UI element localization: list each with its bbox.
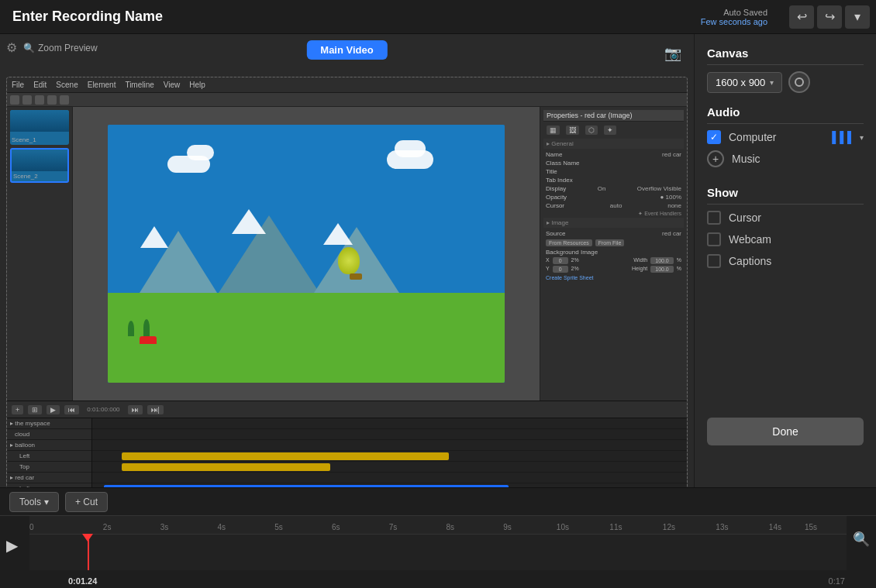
webcam-checkbox[interactable] bbox=[707, 232, 721, 246]
y-row: Y0 2% Height100.0 % bbox=[543, 265, 684, 273]
animate-menu-edit[interactable]: Edit bbox=[33, 81, 47, 89]
tl-rewind-btn[interactable]: ⏮ bbox=[64, 405, 79, 414]
prop-source-row: Sourcered car bbox=[543, 229, 684, 238]
prop-cursor-row: Cursorautonone bbox=[543, 201, 684, 210]
circle-icon bbox=[795, 77, 804, 87]
timeline-search-button[interactable]: 🔍 bbox=[853, 531, 870, 548]
tl-labels: ▸ the myspace cloud ▸ balloon Left Top ▸… bbox=[7, 418, 92, 493]
canvas-size-dropdown[interactable]: 1600 x 900 ▾ bbox=[707, 72, 782, 93]
snow-cap-3 bbox=[323, 223, 353, 245]
from-file-btn[interactable]: From File bbox=[595, 239, 625, 246]
tl-header: + ⊞ ▶ ⏮ 0:01:00:000 ⏭ ⏭| bbox=[7, 401, 687, 418]
ruler-mark-7s: 7s bbox=[389, 523, 398, 531]
screenshot-icon[interactable]: 📷 bbox=[664, 45, 681, 62]
xy-row: X0 2% Width100.0 % bbox=[543, 256, 684, 265]
canvas-size-chevron: ▾ bbox=[770, 78, 774, 87]
music-add-button[interactable]: + bbox=[707, 150, 724, 167]
scene-thumb-1[interactable]: Scene_1 bbox=[10, 110, 69, 145]
prop-tab-1[interactable]: ▦ bbox=[547, 126, 560, 135]
animate-menu-element[interactable]: Element bbox=[88, 81, 116, 89]
tl-track-5 bbox=[92, 473, 687, 483]
animate-menu-file[interactable]: File bbox=[12, 81, 24, 89]
prop-tab-row: Tab Index bbox=[543, 176, 684, 184]
tl-add-btn[interactable]: + bbox=[12, 405, 23, 414]
animate-menu-timeline[interactable]: Timeline bbox=[125, 81, 153, 89]
animate-main-area: Scene_1 Scene_2 bbox=[7, 107, 687, 401]
main-layout: ⚙ 🔍 Zoom Preview Main Video 📷 File Edit … bbox=[0, 34, 876, 487]
animate-left-panel: Scene_1 Scene_2 bbox=[7, 107, 73, 401]
balloon-body bbox=[338, 247, 360, 274]
prop-section-general: ▸ General bbox=[543, 139, 684, 149]
redo-button[interactable]: ↪ bbox=[817, 5, 842, 29]
captions-checkbox[interactable] bbox=[707, 254, 721, 268]
top-controls: ↩ ↪ ▾ bbox=[789, 5, 870, 29]
preview-area: ⚙ 🔍 Zoom Preview Main Video 📷 File Edit … bbox=[0, 34, 694, 487]
ruler-mark-10s: 10s bbox=[557, 523, 569, 531]
tree-2 bbox=[143, 319, 150, 336]
canvas-circle-btn[interactable] bbox=[788, 71, 810, 93]
music-audio-item: + Music bbox=[707, 150, 864, 167]
event-handlers-row: ✦ Event Handlers bbox=[543, 210, 684, 218]
show-section-title: Show bbox=[707, 186, 864, 205]
tools-button[interactable]: Tools ▾ bbox=[9, 492, 59, 512]
prop-title-row: Title bbox=[543, 167, 684, 176]
done-button[interactable]: Done bbox=[707, 418, 864, 445]
snow-cap-2 bbox=[232, 209, 266, 234]
from-resources-btn[interactable]: From Resources bbox=[546, 239, 592, 246]
prop-class-row: Class Name bbox=[543, 159, 684, 167]
animate-menu-view[interactable]: View bbox=[164, 81, 181, 89]
animate-menu-help[interactable]: Help bbox=[189, 81, 205, 89]
cursor-checkbox[interactable] bbox=[707, 211, 721, 225]
tl-forward-btn[interactable]: ⏭ bbox=[128, 405, 143, 414]
cut-button[interactable]: + Cut bbox=[65, 492, 108, 512]
menu-button[interactable]: ▾ bbox=[845, 5, 870, 29]
cloud-2b bbox=[395, 140, 426, 157]
from-resources-row: From Resources From File bbox=[543, 238, 684, 248]
scene-thumb-2[interactable]: Scene_2 bbox=[10, 148, 69, 183]
cursor-show-label: Cursor bbox=[729, 211, 761, 224]
gear-icon[interactable]: ⚙ bbox=[6, 40, 17, 55]
main-video-badge: Main Video bbox=[306, 40, 387, 60]
prop-tab-4[interactable]: ✦ bbox=[604, 126, 616, 135]
captions-show-item: Captions bbox=[707, 254, 864, 268]
ruler-mark-2s: 2s bbox=[103, 523, 112, 531]
top-bar: Enter Recording Name Auto Saved Few seco… bbox=[0, 0, 876, 34]
audio-bar-icon: ▌▌▌ bbox=[832, 131, 855, 143]
ruler-mark-0: 0 bbox=[29, 523, 34, 531]
computer-audio-checkbox[interactable]: ✓ bbox=[707, 130, 721, 144]
music-audio-label: Music bbox=[732, 153, 760, 165]
animate-timeline: + ⊞ ▶ ⏮ 0:01:00:000 ⏭ ⏭| ▸ the myspace c… bbox=[7, 401, 687, 493]
audio-section-title: Audio bbox=[707, 105, 864, 124]
prop-tab-3[interactable]: ⬡ bbox=[585, 126, 598, 135]
auto-saved-time: Few seconds ago bbox=[701, 17, 767, 26]
computer-audio-dropdown-arrow[interactable]: ▾ bbox=[860, 133, 864, 142]
ruler-mark-11s: 11s bbox=[609, 523, 622, 531]
show-section: Show Cursor Webcam Captions bbox=[707, 186, 864, 276]
prop-tab-2[interactable]: 🖼 bbox=[566, 126, 579, 135]
ruler-mark-12s: 12s bbox=[663, 523, 675, 531]
tl-end-btn[interactable]: ⏭| bbox=[147, 405, 164, 414]
zoom-label: 🔍 Zoom Preview bbox=[23, 43, 98, 53]
animate-menu-bar: File Edit Scene Element Timeline View He… bbox=[7, 77, 687, 93]
timeline-track-area bbox=[29, 535, 847, 570]
tl-play-btn[interactable]: ▶ bbox=[47, 405, 60, 414]
computer-audio-controls: ▌▌▌ ▾ bbox=[832, 131, 864, 143]
animate-toolbar bbox=[7, 93, 687, 107]
tree-1 bbox=[128, 321, 134, 336]
tl-label-4: Top bbox=[7, 462, 91, 473]
captions-show-label: Captions bbox=[729, 255, 771, 267]
create-sprite-sheet-link[interactable]: Create Sprite Sheet bbox=[543, 273, 684, 282]
tl-options-btn[interactable]: ⊞ bbox=[28, 405, 42, 414]
tl-body: ▸ the myspace cloud ▸ balloon Left Top ▸… bbox=[7, 418, 687, 493]
computer-audio-item: ✓ Computer ▌▌▌ ▾ bbox=[707, 130, 864, 144]
undo-button[interactable]: ↩ bbox=[789, 5, 814, 29]
webcam-show-label: Webcam bbox=[729, 233, 771, 246]
ruler-mark-14s: 14s bbox=[769, 523, 781, 531]
toolbar-icon-3 bbox=[35, 95, 44, 105]
ground bbox=[108, 293, 505, 383]
ruler-mark-8s: 8s bbox=[447, 523, 455, 531]
play-button[interactable]: ▶ bbox=[6, 536, 18, 555]
prop-section-image: ▸ Image bbox=[543, 218, 684, 228]
editor-inner: File Edit Scene Element Timeline View He… bbox=[7, 77, 687, 493]
animate-menu-scene[interactable]: Scene bbox=[56, 81, 78, 89]
